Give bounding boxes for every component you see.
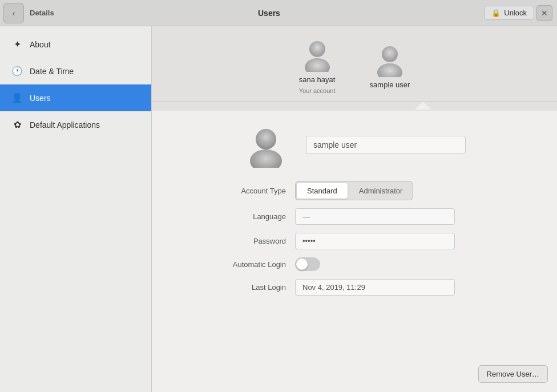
last-login-row: Last Login [206, 279, 503, 296]
language-row: Language [206, 208, 503, 225]
form-rows: Account Type Standard Administrator Lang… [206, 181, 503, 296]
sidebar-item-label-about: About [30, 40, 51, 49]
window-title: Users [54, 9, 485, 18]
detail-avatar[interactable] [243, 122, 289, 168]
content-area: sana hayat Your account sample user [152, 26, 557, 392]
selection-indicator [152, 102, 557, 111]
svg-point-2 [382, 46, 398, 62]
svg-point-0 [309, 41, 325, 57]
user-name-sana: sana hayat [299, 75, 336, 84]
sidebar-item-label-datetime: Date & Time [30, 67, 74, 76]
account-type-label: Account Type [206, 187, 286, 195]
automatic-login-label: Automatic Login [206, 260, 286, 269]
titlebar-actions: 🔒 Unlock ✕ [484, 5, 552, 21]
back-icon: ‹ [13, 9, 15, 18]
last-login-input [295, 279, 455, 296]
sidebar-item-label-default-apps: Default Applications [30, 120, 100, 130]
user-name-sample: sample user [370, 80, 410, 89]
svg-point-1 [305, 58, 330, 72]
sidebar-item-users[interactable]: 👤 Users [0, 84, 151, 111]
user-subtitle-sana: Your account [299, 87, 336, 94]
detail-top [195, 122, 514, 168]
automatic-login-row: Automatic Login [206, 257, 503, 271]
automatic-login-toggle[interactable] [295, 257, 320, 271]
svg-point-4 [256, 129, 276, 149]
user-selector: sana hayat Your account sample user [152, 26, 557, 102]
password-label: Password [206, 237, 286, 245]
triangle-arrow [415, 102, 431, 110]
language-input[interactable] [295, 208, 455, 225]
sidebar-item-about[interactable]: ✦ About [0, 31, 151, 58]
language-label: Language [206, 212, 286, 221]
user-card-sample[interactable]: sample user [370, 41, 410, 89]
detail-panel: Account Type Standard Administrator Lang… [152, 111, 557, 392]
main-layout: ✦ About 🕐 Date & Time 👤 Users ✿ Default … [0, 26, 557, 392]
svg-point-5 [250, 149, 282, 168]
about-icon: ✦ [11, 39, 23, 50]
unlock-label: Unlock [504, 9, 527, 17]
user-card-sana[interactable]: sana hayat Your account [299, 35, 336, 94]
content-wrapper: Account Type Standard Administrator Lang… [152, 111, 557, 392]
back-button[interactable]: ‹ [3, 3, 24, 23]
lock-icon: 🔒 [491, 9, 501, 17]
left-panel-title: Details [30, 9, 54, 17]
close-button[interactable]: ✕ [536, 5, 552, 21]
close-icon: ✕ [541, 9, 548, 18]
avatar-sample [372, 41, 408, 77]
sidebar-item-datetime[interactable]: 🕐 Date & Time [0, 58, 151, 84]
last-login-label: Last Login [206, 283, 286, 292]
svg-point-3 [377, 63, 402, 77]
standard-button[interactable]: Standard [297, 183, 348, 199]
password-row: Password [206, 233, 503, 249]
account-type-toggle: Standard Administrator [295, 181, 413, 200]
unlock-button[interactable]: 🔒 Unlock [484, 6, 534, 20]
default-apps-icon: ✿ [11, 119, 23, 130]
remove-user-button[interactable]: Remove User… [478, 365, 548, 383]
titlebar: ‹ Details Users 🔒 Unlock ✕ [0, 0, 557, 26]
username-input[interactable] [306, 136, 466, 154]
account-type-row: Account Type Standard Administrator [206, 181, 503, 200]
sidebar-item-default-apps[interactable]: ✿ Default Applications [0, 111, 151, 138]
sidebar: ✦ About 🕐 Date & Time 👤 Users ✿ Default … [0, 26, 152, 392]
datetime-icon: 🕐 [11, 66, 23, 76]
users-icon: 👤 [11, 92, 23, 103]
sidebar-item-label-users: Users [30, 94, 51, 103]
password-input[interactable] [295, 233, 455, 249]
administrator-button[interactable]: Administrator [349, 182, 413, 200]
avatar-sana [299, 35, 336, 72]
detail-inner: Account Type Standard Administrator Lang… [183, 122, 526, 296]
